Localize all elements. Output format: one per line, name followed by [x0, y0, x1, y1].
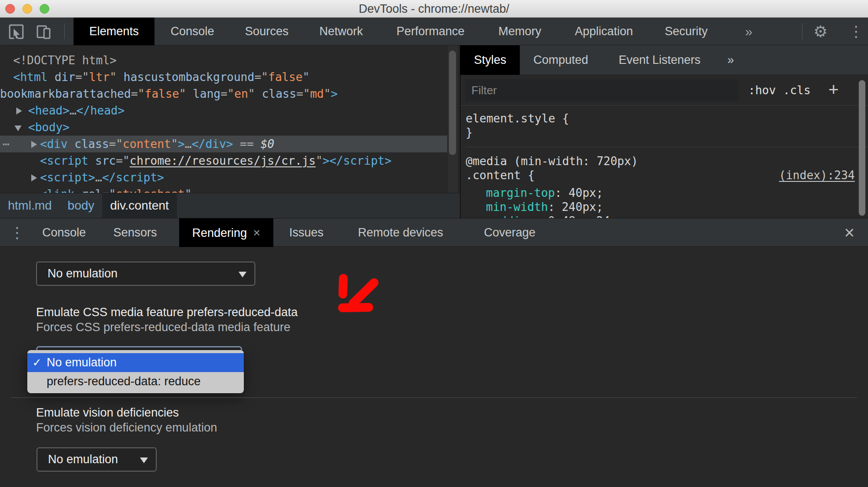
styles-filter-toolbar: :hov .cls +: [460, 75, 868, 106]
dom-row-head[interactable]: <head>…</head>: [0, 102, 447, 119]
css-property-min-width[interactable]: min-width: 240px;: [486, 200, 868, 214]
drawer-menu-kebab-icon[interactable]: ⋮: [10, 218, 25, 247]
vision-deficiencies-title: Emulate vision deficiencies: [36, 406, 179, 420]
drawer-tab-console[interactable]: Console: [28, 218, 100, 247]
checkmark-icon: ✓: [27, 356, 47, 369]
expand-arrow-icon[interactable]: [31, 174, 37, 181]
styles-scrollbar-thumb[interactable]: [859, 80, 865, 216]
window-titlebar: DevTools - chrome://newtab/: [0, 0, 868, 18]
rule-divider: [466, 147, 868, 147]
elements-tree-panel: <!DOCTYPE html> <html dir="ltr" hascusto…: [0, 45, 460, 193]
css-property-clipped[interactable]: padding: 0 48px 24px;: [486, 214, 868, 218]
tab-computed[interactable]: Computed: [520, 45, 602, 75]
class-toggle[interactable]: .cls: [783, 75, 811, 106]
main-menu-kebab-icon[interactable]: ⋮: [849, 18, 864, 45]
dom-row-script[interactable]: <script>…</script>: [0, 169, 447, 186]
collapse-arrow-icon[interactable]: [15, 125, 22, 131]
devtools-window: DevTools - chrome://newtab/ Elements Con…: [0, 0, 868, 487]
tab-console[interactable]: Console: [154, 18, 230, 45]
rule-element-style-open[interactable]: element.style {: [466, 111, 868, 125]
tab-sources[interactable]: Sources: [230, 18, 303, 45]
tab-event-listeners[interactable]: Event Listeners: [602, 45, 717, 75]
hover-state-toggle[interactable]: :hov: [748, 75, 776, 106]
drawer-tab-rendering[interactable]: Rendering×: [179, 218, 273, 247]
tab-network[interactable]: Network: [303, 18, 379, 45]
window-title: DevTools - chrome://newtab/: [0, 0, 868, 18]
vision-deficiencies-subtitle: Forces vision deficiency emulation: [36, 421, 217, 435]
popup-option-prefers-reduced-data-reduce[interactable]: ✓ prefers-reduced-data: reduce: [27, 372, 244, 391]
dom-row-doctype[interactable]: <!DOCTYPE html>: [0, 52, 447, 69]
dropdown-caret-icon: [239, 272, 246, 277]
rule-element-style-close[interactable]: }: [466, 125, 868, 140]
drawer-tab-sensors[interactable]: Sensors: [100, 218, 170, 247]
red-arrow-annotation: [334, 272, 380, 315]
device-toolbar-icon[interactable]: [35, 23, 52, 40]
toolbar-separator: [802, 23, 802, 39]
styles-rules: element.style { } @media (min-width: 720…: [460, 106, 868, 218]
inspect-element-icon[interactable]: [8, 23, 25, 40]
breadcrumb-body[interactable]: body: [60, 193, 103, 218]
toolbar-separator: [64, 23, 65, 39]
popup-option-no-emulation[interactable]: ✓ No emulation: [27, 353, 244, 372]
styles-filter-input[interactable]: [465, 79, 739, 101]
elements-scrollbar-thumb[interactable]: [449, 51, 456, 155]
dom-row-body[interactable]: <body>: [0, 119, 447, 136]
drawer-tab-issues[interactable]: Issues: [273, 218, 339, 247]
drawer-tab-remote-devices[interactable]: Remote devices: [339, 218, 462, 247]
styles-tabbar: Styles Computed Event Listeners »: [460, 45, 868, 75]
dom-gutter-ellipsis-icon[interactable]: ⋯: [3, 136, 10, 152]
more-tabs-chevron-icon[interactable]: »: [736, 18, 762, 45]
dom-row-clipped[interactable]: <link rel="stylesheet" href="chrome://re…: [0, 186, 447, 193]
section-separator: [11, 397, 857, 398]
dom-row-div-content-selected[interactable]: ⋯ <div class="content">…</div> == $0: [0, 136, 447, 152]
breadcrumb: html.md body div.content: [0, 193, 460, 218]
dom-tree: <!DOCTYPE html> <html dir="ltr" hascusto…: [0, 45, 447, 193]
dom-row-script-src[interactable]: <script src="chrome://resources/js/cr.js…: [0, 152, 447, 169]
tab-memory[interactable]: Memory: [482, 18, 558, 45]
rendering-tab-close-icon[interactable]: ×: [253, 226, 260, 240]
drawer-close-icon[interactable]: ×: [844, 218, 854, 247]
new-style-rule-button[interactable]: +: [828, 75, 839, 104]
emulation-top-select[interactable]: No emulation: [36, 262, 255, 286]
rule-declarations: margin-top: 40px; min-width: 240px; padd…: [466, 186, 868, 218]
styles-sidebar: Styles Computed Event Listeners » :hov .…: [460, 45, 868, 218]
vision-deficiency-select[interactable]: No emulation: [37, 447, 157, 472]
dom-row-html[interactable]: <html dir="ltr" hascustombackground="fal…: [0, 69, 447, 102]
tab-application[interactable]: Application: [558, 18, 650, 45]
drawer-tab-coverage[interactable]: Coverage: [467, 218, 552, 247]
tab-performance[interactable]: Performance: [379, 18, 482, 45]
css-media-feature-title: Emulate CSS media feature prefers-reduce…: [36, 306, 298, 319]
expand-arrow-icon[interactable]: [16, 107, 22, 114]
tab-styles[interactable]: Styles: [460, 45, 520, 75]
css-media-feature-subtitle: Forces CSS prefers-reduced-data media fe…: [36, 321, 291, 334]
dropdown-caret-icon: [140, 457, 148, 463]
css-property-margin-top[interactable]: margin-top: 40px;: [486, 186, 868, 200]
breadcrumb-div-content[interactable]: div.content: [102, 193, 177, 218]
tab-elements[interactable]: Elements: [74, 18, 154, 45]
rule-content-selector[interactable]: .content { (index):234: [466, 168, 868, 182]
breadcrumb-html[interactable]: html.md: [0, 193, 60, 218]
settings-gear-icon[interactable]: ⚙: [813, 21, 828, 42]
rule-media-query[interactable]: @media (min-width: 720px): [466, 154, 868, 168]
drawer-toolbar: ⋮ Console Sensors Rendering× Issues Remo…: [0, 218, 868, 247]
tab-security[interactable]: Security: [650, 18, 722, 45]
native-select-popup: ✓ No emulation ✓ prefers-reduced-data: r…: [27, 350, 244, 393]
styles-overflow-chevron-icon[interactable]: »: [717, 45, 744, 75]
stylesheet-source-link[interactable]: (index):234: [779, 168, 855, 182]
expand-arrow-icon[interactable]: [31, 141, 37, 148]
main-toolbar: Elements Console Sources Network Perform…: [0, 18, 868, 45]
